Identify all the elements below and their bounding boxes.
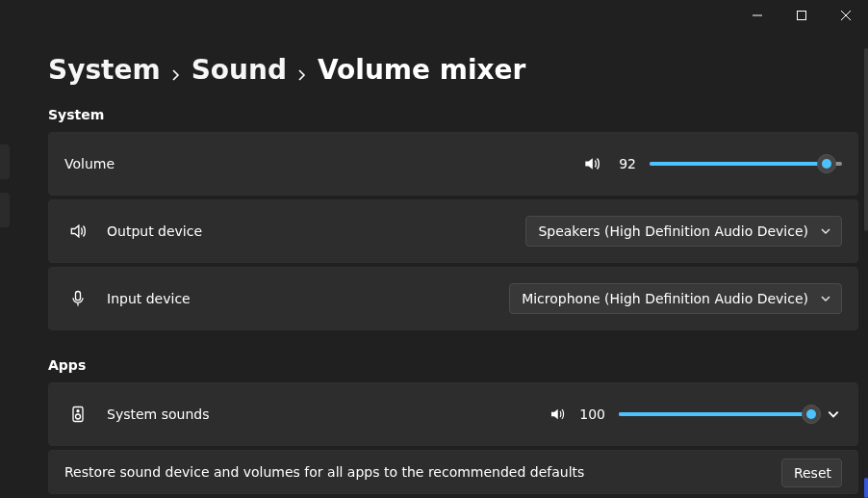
system-sounds-slider[interactable] — [619, 404, 811, 425]
breadcrumb-current: Volume mixer — [318, 54, 525, 86]
scrollbar-accent — [864, 478, 868, 498]
chevron-down-icon — [820, 293, 831, 304]
svg-point-3 — [77, 410, 79, 412]
input-device-row: Input device Microphone (High Definition… — [48, 267, 858, 330]
left-stub — [0, 193, 10, 227]
chevron-down-icon — [827, 407, 840, 421]
reset-defaults-row: Restore sound device and volumes for all… — [48, 450, 858, 494]
svg-point-4 — [76, 414, 81, 419]
breadcrumb-sound[interactable]: Sound — [191, 54, 287, 86]
scrollbar-track[interactable] — [864, 48, 868, 231]
output-device-label: Output device — [107, 223, 202, 239]
reset-button-label: Reset — [794, 465, 831, 481]
output-device-row: Output device Speakers (High Definition … — [48, 199, 858, 263]
close-button[interactable] — [824, 0, 868, 31]
volume-label: Volume — [64, 156, 115, 171]
volume-row: Volume 92 — [48, 132, 858, 196]
maximize-button[interactable] — [779, 0, 824, 31]
close-icon — [841, 11, 851, 20]
volume-icon[interactable] — [582, 154, 601, 173]
breadcrumb: System Sound Volume mixer — [48, 54, 858, 86]
minimize-icon — [753, 11, 762, 20]
title-bar — [735, 0, 868, 31]
chevron-down-icon — [820, 225, 831, 237]
chevron-right-icon — [170, 69, 182, 81]
section-header-apps: Apps — [48, 357, 858, 373]
reset-description: Restore sound device and volumes for all… — [64, 464, 584, 480]
system-sounds-label: System sounds — [107, 406, 209, 422]
section-header-system: System — [48, 107, 858, 122]
left-panel-stubs — [0, 144, 10, 241]
volume-value: 92 — [615, 156, 636, 171]
svg-rect-0 — [798, 12, 806, 20]
system-sounds-row[interactable]: System sounds 100 — [48, 382, 858, 446]
input-device-dropdown[interactable]: Microphone (High Definition Audio Device… — [509, 283, 842, 314]
system-sounds-value: 100 — [579, 406, 605, 422]
microphone-icon — [64, 289, 91, 308]
device-speaker-icon — [64, 405, 91, 424]
speaker-icon — [64, 222, 91, 241]
maximize-icon — [797, 11, 806, 20]
breadcrumb-system[interactable]: System — [48, 54, 161, 86]
volume-icon[interactable] — [549, 406, 566, 423]
input-device-selected: Microphone (High Definition Audio Device… — [522, 291, 808, 306]
reset-button[interactable]: Reset — [781, 459, 842, 487]
output-device-selected: Speakers (High Definition Audio Device) — [538, 223, 808, 239]
output-device-dropdown[interactable]: Speakers (High Definition Audio Device) — [525, 216, 842, 247]
minimize-button[interactable] — [735, 0, 779, 31]
expand-button[interactable] — [825, 406, 842, 423]
volume-slider[interactable] — [650, 153, 842, 174]
left-stub — [0, 144, 10, 179]
input-device-label: Input device — [107, 291, 191, 306]
svg-rect-1 — [76, 292, 81, 301]
chevron-right-icon — [296, 69, 308, 81]
